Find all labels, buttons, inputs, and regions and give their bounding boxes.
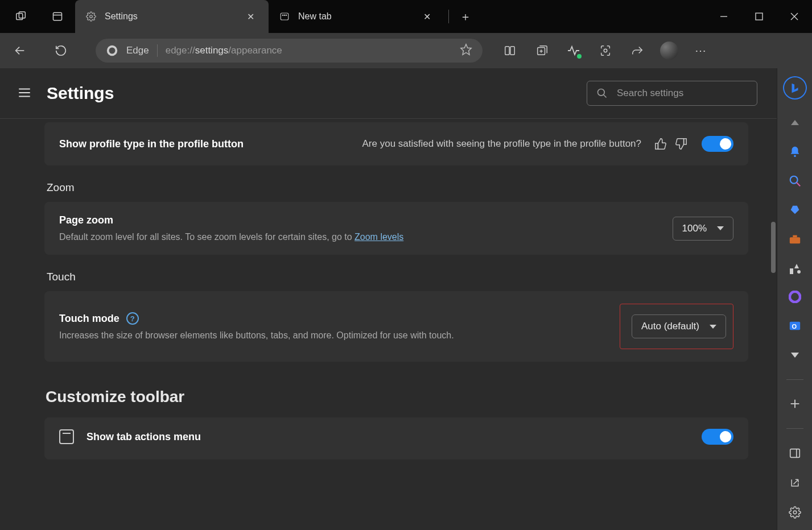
page-zoom-dropdown[interactable]: 100% [673,217,733,241]
touch-mode-dropdown[interactable]: Auto (default) [632,314,726,338]
bing-chat-icon[interactable] [783,76,807,100]
search-input[interactable] [617,88,748,99]
tab-actions-icon [59,429,74,444]
svg-point-44 [793,511,797,514]
svg-rect-34 [793,235,797,238]
expand-icon[interactable] [785,346,805,365]
tab-newtab[interactable]: New tab ✕ [269,0,445,33]
svg-point-22 [604,49,607,52]
menu-icon[interactable] [17,85,33,101]
svg-rect-28 [656,143,658,149]
svg-rect-17 [505,47,509,55]
row-title: Page zoom [59,214,673,226]
settings-page: Settings Show profile type in the profil… [0,68,777,530]
svg-rect-33 [789,237,799,243]
svg-rect-1 [19,12,25,18]
tab-title: Settings [105,11,234,22]
shopping-icon[interactable] [785,200,805,219]
profile-type-row: Show profile type in the profile button … [44,122,748,165]
section-customize-toolbar: Customize toolbar [46,388,748,406]
feedback-text: Are you satisfied with seeing the profil… [298,138,641,150]
new-tab-button[interactable]: ＋ [452,0,479,33]
tools-icon[interactable] [785,229,805,248]
window-controls [706,0,812,33]
edge-logo-icon [106,44,118,57]
dropdown-value: 100% [682,223,707,234]
m365-icon[interactable] [785,288,805,307]
favorite-icon[interactable] [460,43,475,58]
close-window-button[interactable] [777,0,812,33]
screenshot-icon[interactable] [594,39,617,62]
hide-sidebar-icon[interactable] [785,444,805,463]
more-menu-icon[interactable]: ⋯ [690,39,712,62]
performance-icon[interactable] [562,39,585,62]
svg-point-36 [797,270,801,274]
svg-point-6 [282,15,283,16]
collections-icon[interactable] [530,39,553,62]
profile-avatar[interactable] [658,39,681,62]
tab-settings[interactable]: Settings ✕ [75,0,269,33]
touch-mode-highlight: Auto (default) [620,304,733,349]
main-row: Settings Show profile type in the profil… [0,68,812,530]
settings-header: Settings [0,68,777,119]
close-icon[interactable]: ✕ [242,9,258,24]
collapse-icon[interactable] [785,113,805,132]
url-host: settings [195,45,229,56]
refresh-button[interactable] [49,39,73,63]
svg-rect-2 [53,13,62,20]
close-icon[interactable]: ✕ [419,9,435,24]
row-desc: Default zoom level for all sites. To see… [59,232,673,242]
svg-rect-42 [790,449,799,458]
toolbar-icons: ⋯ [498,39,712,62]
url-path: /appearance [228,45,282,56]
svg-line-27 [604,95,607,98]
divider [786,428,803,429]
tab-actions-toggle[interactable] [702,429,733,445]
page-title: Settings [47,84,114,103]
tab-overview-icon[interactable] [48,7,67,26]
notifications-icon[interactable] [785,142,805,161]
svg-point-7 [284,15,285,16]
url-prefix: edge:// [166,45,195,56]
page-zoom-row: Page zoom Default zoom level for all sit… [44,202,748,255]
divider [157,44,158,57]
svg-rect-35 [790,268,793,274]
zoom-levels-link[interactable]: Zoom levels [355,232,403,242]
games-icon[interactable] [785,258,805,277]
row-title: Touch mode ? [59,312,620,325]
search-sidebar-icon[interactable] [785,171,805,190]
svg-point-30 [794,155,796,157]
gear-icon [85,11,97,22]
profile-type-toggle[interactable] [702,136,733,152]
search-settings[interactable] [587,81,757,106]
scrollbar-thumb[interactable] [771,222,776,273]
brand-text: Edge [126,45,149,56]
thumbs-up-icon[interactable] [650,134,671,154]
dropdown-value: Auto (default) [641,321,699,332]
svg-line-32 [796,182,799,185]
chevron-down-icon [710,325,716,329]
split-screen-icon[interactable] [498,39,521,62]
title-text: Touch mode [59,313,119,325]
svg-point-4 [90,15,93,18]
open-link-icon[interactable] [785,473,805,492]
help-icon[interactable]: ? [126,312,139,325]
address-bar[interactable]: Edge edge://settings/appearance [96,39,483,63]
svg-text:O: O [792,323,797,330]
add-sidebar-icon[interactable] [785,395,805,413]
settings-gear-icon[interactable] [785,503,805,522]
workspaces-icon[interactable] [11,7,31,26]
outlook-icon[interactable]: O [785,317,805,336]
share-icon[interactable] [626,39,649,62]
desc-text: Default zoom level for all sites. To see… [59,232,355,242]
url-text: edge://settings/appearance [166,45,282,56]
svg-rect-10 [756,13,762,20]
back-button[interactable] [8,39,32,63]
svg-point-8 [286,15,287,16]
minimize-button[interactable] [706,0,741,33]
toolbar: Edge edge://settings/appearance ⋯ [0,33,812,68]
thumbs-down-icon[interactable] [671,134,691,154]
row-title: Show tab actions menu [59,429,201,444]
svg-rect-18 [510,47,514,55]
maximize-button[interactable] [741,0,777,33]
